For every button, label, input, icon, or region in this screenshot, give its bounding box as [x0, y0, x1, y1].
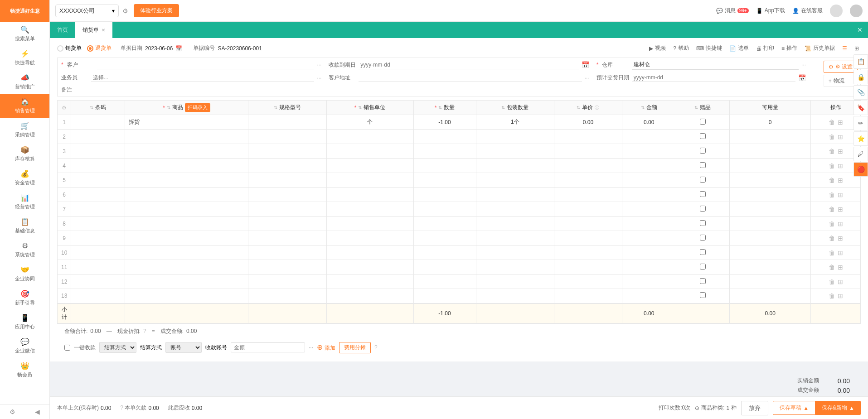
- copy-icon[interactable]: ⊞: [838, 278, 843, 285]
- copy-icon[interactable]: ⊞: [838, 191, 843, 198]
- cell-product[interactable]: [125, 260, 248, 275]
- amount-input[interactable]: [231, 342, 305, 352]
- delete-icon[interactable]: 🗑: [829, 235, 835, 242]
- copy-icon[interactable]: ⊞: [838, 292, 843, 299]
- shortcut-btn[interactable]: ⌨ 快捷键: [694, 43, 724, 53]
- cell-unit-price[interactable]: [554, 144, 622, 159]
- radio-sales[interactable]: 销货单: [57, 44, 82, 52]
- cell-gift[interactable]: [676, 173, 730, 188]
- delete-icon[interactable]: 🗑: [829, 191, 835, 198]
- cell-spec[interactable]: [248, 202, 326, 217]
- cell-qty[interactable]: [413, 144, 476, 159]
- cell-amount[interactable]: [622, 159, 676, 173]
- cell-unit[interactable]: [326, 173, 413, 188]
- copy-icon[interactable]: ⊞: [838, 235, 843, 242]
- copy-icon[interactable]: ⊞: [838, 264, 843, 271]
- cell-unit[interactable]: [326, 289, 413, 303]
- cell-unit[interactable]: 个: [326, 115, 413, 130]
- address-picker-icon[interactable]: ···: [585, 75, 589, 81]
- sort-icon[interactable]: ⇅: [90, 105, 93, 110]
- sort-icon[interactable]: ⇅: [694, 105, 698, 110]
- warehouse-picker-icon[interactable]: ···: [801, 62, 806, 68]
- delivery-date-input[interactable]: [632, 73, 795, 82]
- sidebar-collapse-btn[interactable]: ◀: [35, 408, 40, 415]
- cell-gift[interactable]: [676, 202, 730, 217]
- cell-unit-price[interactable]: [554, 202, 622, 217]
- sidebar-item-basic[interactable]: 📋 基础信息: [0, 214, 49, 238]
- gift-checkbox[interactable]: [700, 148, 706, 154]
- delete-icon[interactable]: 🗑: [829, 133, 835, 140]
- cell-qty[interactable]: [413, 173, 476, 188]
- cell-amount[interactable]: [622, 217, 676, 231]
- avatar[interactable]: [830, 5, 843, 17]
- cell-spec[interactable]: [248, 173, 326, 188]
- cell-gift[interactable]: [676, 246, 730, 260]
- cell-amount[interactable]: [622, 231, 676, 246]
- gift-checkbox[interactable]: [700, 220, 706, 226]
- cell-barcode[interactable]: [71, 173, 125, 188]
- account-picker-icon[interactable]: ···: [309, 344, 313, 351]
- cell-unit-price[interactable]: [554, 289, 622, 303]
- cell-amount[interactable]: [622, 173, 676, 188]
- tab-close-all[interactable]: ✕: [852, 22, 868, 38]
- sidebar-item-search[interactable]: 🔍 搜索菜单: [0, 22, 49, 46]
- cell-barcode[interactable]: [71, 202, 125, 217]
- sort-icon[interactable]: ⇅: [501, 105, 505, 110]
- sort-icon[interactable]: ⇅: [438, 105, 442, 110]
- float-btn-1[interactable]: 📋: [853, 54, 868, 69]
- cell-qty[interactable]: [413, 159, 476, 173]
- cell-spec[interactable]: [248, 289, 326, 303]
- cell-unit-price[interactable]: [554, 275, 622, 289]
- cell-unit[interactable]: [326, 159, 413, 173]
- sidebar-settings-btn[interactable]: ⚙: [10, 408, 15, 415]
- cell-unit-price[interactable]: [554, 173, 622, 188]
- cell-qty[interactable]: [413, 246, 476, 260]
- warehouse-value[interactable]: 建材仓: [632, 60, 799, 70]
- delete-icon[interactable]: 🗑: [829, 162, 835, 169]
- cell-unit[interactable]: [326, 275, 413, 289]
- note-input[interactable]: [91, 86, 857, 94]
- cell-gift[interactable]: [676, 159, 730, 173]
- video-btn[interactable]: ▶ 视频: [647, 43, 668, 53]
- print-btn[interactable]: 🖨 打印: [754, 43, 776, 53]
- cell-amount[interactable]: [622, 275, 676, 289]
- sidebar-item-inventory[interactable]: 📦 库存核算: [0, 142, 49, 166]
- cell-barcode[interactable]: [71, 231, 125, 246]
- cell-amount[interactable]: [622, 202, 676, 217]
- tab-sales-order[interactable]: 销货单 ✕: [75, 22, 112, 38]
- avatar2[interactable]: [850, 5, 863, 17]
- cell-product[interactable]: [125, 159, 248, 173]
- cell-amount[interactable]: [622, 144, 676, 159]
- delete-icon[interactable]: 🗑: [829, 148, 835, 155]
- delete-icon[interactable]: 🗑: [829, 177, 835, 184]
- gift-checkbox[interactable]: [700, 191, 706, 197]
- delete-icon[interactable]: 🗑: [829, 292, 835, 299]
- view-grid-btn[interactable]: ⊞: [853, 44, 861, 53]
- select-btn[interactable]: 📄 选单: [727, 43, 751, 53]
- cell-product[interactable]: 拆货: [125, 115, 248, 130]
- float-btn-8[interactable]: 🔴: [853, 162, 868, 177]
- account-select[interactable]: 账号: [165, 342, 202, 353]
- sort-icon[interactable]: ⇅: [577, 105, 580, 110]
- delete-icon[interactable]: 🗑: [829, 249, 835, 256]
- cell-amount[interactable]: [622, 130, 676, 144]
- sort-icon[interactable]: ⇅: [274, 105, 277, 110]
- add-payment-button[interactable]: ⊕ 添加: [317, 343, 335, 352]
- view-list-btn[interactable]: ☰: [840, 44, 849, 53]
- delete-icon[interactable]: 🗑: [829, 206, 835, 213]
- gift-checkbox[interactable]: [700, 264, 706, 270]
- copy-icon[interactable]: ⊞: [838, 162, 843, 169]
- cell-pack-qty[interactable]: [476, 231, 554, 246]
- cell-unit[interactable]: [326, 231, 413, 246]
- sort-icon[interactable]: ⇅: [641, 105, 645, 110]
- cell-barcode[interactable]: [71, 289, 125, 303]
- gift-checkbox[interactable]: [700, 133, 706, 139]
- cell-pack-qty[interactable]: [476, 130, 554, 144]
- cell-unit-price[interactable]: [554, 260, 622, 275]
- radio-return[interactable]: 退货单: [87, 44, 112, 52]
- cell-qty[interactable]: [413, 275, 476, 289]
- cell-product[interactable]: [125, 144, 248, 159]
- cell-pack-qty[interactable]: [476, 202, 554, 217]
- sidebar-item-marketing[interactable]: 📣 营销推广: [0, 70, 49, 94]
- cell-gift[interactable]: [676, 289, 730, 303]
